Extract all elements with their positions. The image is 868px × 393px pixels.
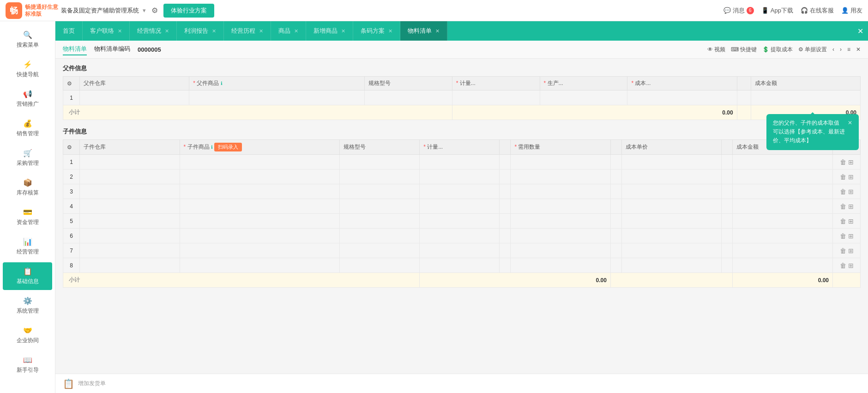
child-unit-cell[interactable]	[420, 155, 500, 169]
tab-history-close[interactable]: ✕	[259, 28, 263, 34]
parent-product-cell[interactable]	[189, 91, 365, 105]
child-unit-cell[interactable]	[420, 184, 500, 199]
sidebar-item-system[interactable]: ⚙️ 系统管理	[3, 292, 52, 320]
tooltip-close-btn[interactable]: ✕	[848, 119, 852, 127]
child-product-cell[interactable]	[180, 243, 339, 258]
child-qty-cell[interactable]	[511, 155, 611, 169]
child-col-settings[interactable]: ⚙	[63, 140, 80, 155]
sidebar-item-cooperation[interactable]: 🤝 企业协同	[3, 321, 52, 349]
tab-barcode-close[interactable]: ✕	[388, 28, 392, 34]
child-price-cell[interactable]	[621, 169, 722, 184]
child-warehouse-cell[interactable]	[80, 243, 180, 258]
sidebar-item-operations[interactable]: 📊 经营管理	[3, 233, 52, 260]
menu-icon[interactable]: ≡	[847, 46, 850, 53]
tab-customer[interactable]: 客户联络 ✕	[83, 21, 130, 41]
experience-button[interactable]: 体验行业方案	[163, 4, 214, 18]
child-spec-cell[interactable]	[339, 258, 419, 273]
child-unit-cell[interactable]	[420, 214, 500, 229]
child-price-cell[interactable]	[621, 243, 722, 258]
tab-profit[interactable]: 利润报告 ✕	[177, 21, 224, 41]
sidebar-item-inventory[interactable]: 📦 库存核算	[3, 174, 52, 201]
child-product-cell[interactable]	[180, 258, 339, 273]
child-spec-cell[interactable]	[339, 214, 419, 229]
child-spec-cell[interactable]	[339, 155, 419, 169]
child-spec-cell[interactable]	[339, 169, 419, 184]
child-warehouse-cell[interactable]	[80, 199, 180, 214]
settings-icon[interactable]: ⚙	[150, 4, 160, 17]
tab-products-close[interactable]: ✕	[294, 28, 298, 34]
tab-bom-close[interactable]: ✕	[435, 28, 440, 34]
child-warehouse-cell[interactable]	[80, 258, 180, 273]
copy-row-button[interactable]: ⊞	[848, 203, 854, 210]
sidebar-item-search[interactable]: 🔍 搜索菜单	[3, 26, 52, 54]
sidebar-item-finance[interactable]: 💳 资金管理	[3, 203, 52, 231]
copy-row-button[interactable]: ⊞	[848, 262, 854, 269]
sidebar-item-marketing[interactable]: 📢 营销推广	[3, 85, 52, 113]
online-service-button[interactable]: 🎧 在线客服	[801, 6, 834, 15]
child-product-cell[interactable]	[180, 169, 339, 184]
delete-row-button[interactable]: 🗑	[840, 232, 846, 240]
copy-row-button[interactable]: ⊞	[848, 188, 854, 195]
child-price-cell[interactable]	[621, 214, 722, 229]
copy-row-button[interactable]: ⊞	[848, 232, 854, 240]
child-qty-cell[interactable]	[511, 229, 611, 243]
child-qty-cell[interactable]	[511, 243, 611, 258]
delete-row-button[interactable]: 🗑	[840, 188, 846, 195]
child-price-cell[interactable]	[621, 155, 722, 169]
parent-cost-cell[interactable]	[627, 91, 737, 105]
child-price-cell[interactable]	[621, 229, 722, 243]
tab-history[interactable]: 经营历程 ✕	[224, 21, 271, 41]
sidebar-item-guide[interactable]: 📖 新手引导	[3, 351, 52, 379]
child-unit-cell[interactable]	[420, 243, 500, 258]
child-price-cell[interactable]	[621, 199, 722, 214]
app-download-button[interactable]: 📱 App下载	[761, 6, 793, 15]
child-unit-cell[interactable]	[420, 169, 500, 184]
parent-col-settings[interactable]: ⚙	[63, 77, 80, 91]
copy-row-button[interactable]: ⊞	[848, 247, 854, 254]
copy-row-button[interactable]: ⊞	[848, 218, 854, 225]
settings-action[interactable]: ⚙ 单据设置	[798, 46, 827, 54]
child-warehouse-cell[interactable]	[80, 229, 180, 243]
tab-bom[interactable]: 物料清单 ✕	[400, 21, 447, 41]
child-product-cell[interactable]	[180, 155, 339, 169]
copy-row-button[interactable]: ⊞	[848, 173, 854, 181]
child-spec-cell[interactable]	[339, 229, 419, 243]
page-close[interactable]: ✕	[856, 46, 861, 53]
child-price-cell[interactable]	[621, 258, 722, 273]
delete-row-button[interactable]: 🗑	[840, 203, 846, 210]
user-menu[interactable]: 👤 用友	[841, 6, 862, 15]
child-warehouse-cell[interactable]	[80, 214, 180, 229]
close-all-tabs[interactable]: ✕	[853, 27, 868, 36]
child-product-cell[interactable]	[180, 184, 339, 199]
delete-row-button[interactable]: 🗑	[840, 262, 846, 269]
child-warehouse-cell[interactable]	[80, 184, 180, 199]
sidebar-item-basic-info[interactable]: 📋 基础信息	[3, 262, 52, 290]
child-unit-cell[interactable]	[420, 229, 500, 243]
parent-unit-cell[interactable]	[452, 91, 540, 105]
child-warehouse-cell[interactable]	[80, 169, 180, 184]
cost-action[interactable]: 💲 提取成本	[762, 46, 793, 54]
scan-input-button[interactable]: 扫码录入	[214, 143, 242, 151]
child-price-cell[interactable]	[621, 184, 722, 199]
child-warehouse-cell[interactable]	[80, 155, 180, 169]
child-spec-cell[interactable]	[339, 184, 419, 199]
sidebar-item-quick-nav[interactable]: ⚡ 快捷导航	[3, 55, 52, 83]
sub-tab-bom-code[interactable]: 物料清单编码	[94, 43, 130, 55]
next-nav[interactable]: ›	[840, 46, 842, 53]
child-product-cell[interactable]	[180, 214, 339, 229]
tab-new-product-close[interactable]: ✕	[341, 28, 345, 34]
child-spec-cell[interactable]	[339, 199, 419, 214]
tab-barcode[interactable]: 条码方案 ✕	[353, 21, 400, 41]
child-qty-cell[interactable]	[511, 258, 611, 273]
sidebar-item-sales[interactable]: 💰 销售管理	[3, 115, 52, 142]
tab-customer-close[interactable]: ✕	[118, 28, 122, 34]
parent-warehouse-cell[interactable]	[80, 91, 189, 105]
copy-row-button[interactable]: ⊞	[848, 158, 854, 166]
child-spec-cell[interactable]	[339, 243, 419, 258]
tab-new-product[interactable]: 新增商品 ✕	[306, 21, 353, 41]
view-action[interactable]: 👁 视频	[707, 46, 725, 54]
delete-row-button[interactable]: 🗑	[840, 218, 846, 225]
tab-home[interactable]: 首页	[55, 21, 83, 41]
tab-profit-close[interactable]: ✕	[212, 28, 216, 34]
child-qty-cell[interactable]	[511, 199, 611, 214]
